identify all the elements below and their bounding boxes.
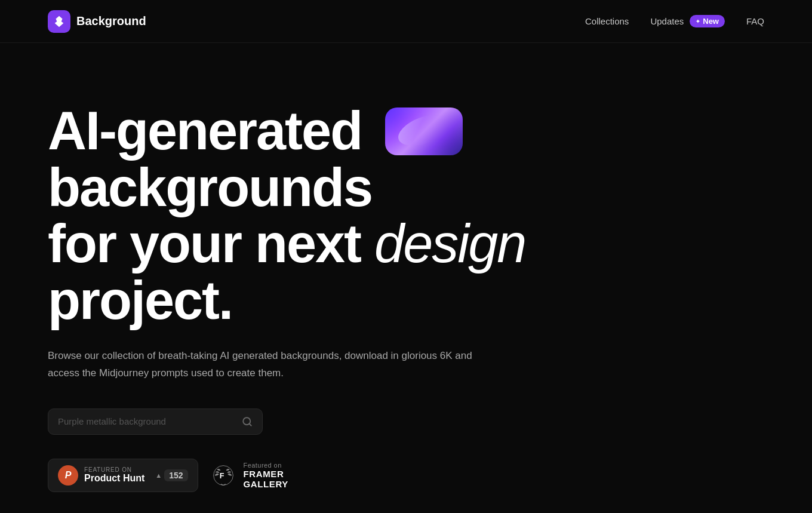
- ph-featured-on: FEATURED ON: [84, 466, 144, 473]
- search-icon: [242, 416, 253, 427]
- ph-product-hunt-name: Product Hunt: [84, 473, 144, 484]
- search-input[interactable]: [58, 416, 236, 426]
- ph-logo-letter: P: [65, 470, 72, 481]
- hero-subtitle: Browse our collection of breath-taking A…: [48, 348, 490, 382]
- framer-gallery-name: FRAMERGALLERY: [244, 469, 288, 489]
- logo-svg: [53, 15, 66, 28]
- framer-badge[interactable]: F Featured on FRAMERGALLERY: [210, 462, 288, 489]
- logo-icon: [48, 10, 70, 33]
- navbar: Background Collections Updates New FAQ: [0, 0, 812, 43]
- framer-featured-on: Featured on: [244, 462, 288, 469]
- framer-logo-svg: F: [211, 463, 235, 487]
- search-container: [48, 408, 764, 435]
- nav-link-collections[interactable]: Collections: [585, 16, 629, 26]
- product-hunt-logo: P: [58, 465, 78, 486]
- product-hunt-badge[interactable]: P FEATURED ON Product Hunt ▲ 152: [48, 459, 198, 492]
- hero-title-part4: project.: [48, 271, 232, 330]
- nav-link-faq[interactable]: FAQ: [746, 16, 764, 26]
- new-badge[interactable]: New: [690, 15, 725, 27]
- hero-inline-image: [385, 107, 463, 155]
- nav-link-updates[interactable]: Updates: [650, 16, 684, 26]
- logo[interactable]: Background: [48, 10, 146, 33]
- framer-logo: F: [210, 462, 236, 489]
- svg-line-1: [249, 423, 251, 425]
- ph-count-area: ▲ 152: [155, 469, 187, 481]
- hero-section: AI-generated backgrounds for your next d…: [0, 43, 812, 513]
- updates-group: Updates New: [650, 15, 725, 27]
- badges-row: P FEATURED ON Product Hunt ▲ 152: [48, 459, 764, 492]
- ph-text-area: FEATURED ON Product Hunt: [84, 466, 144, 484]
- hero-title-italic: design: [374, 214, 525, 274]
- ph-count: 152: [164, 469, 187, 481]
- svg-text:F: F: [219, 471, 224, 480]
- nav-links: Collections Updates New FAQ: [585, 15, 764, 27]
- ph-arrow: ▲: [155, 472, 162, 479]
- search-box: [48, 408, 263, 435]
- search-button[interactable]: [242, 416, 253, 427]
- hero-title-part2: backgrounds: [48, 158, 372, 217]
- logo-text: Background: [76, 14, 146, 28]
- hero-title-part3: for your next: [48, 214, 361, 274]
- framer-text-area: Featured on FRAMERGALLERY: [244, 462, 288, 489]
- hero-title-part1: AI-generated: [48, 101, 362, 161]
- hero-title: AI-generated backgrounds for your next d…: [48, 103, 705, 328]
